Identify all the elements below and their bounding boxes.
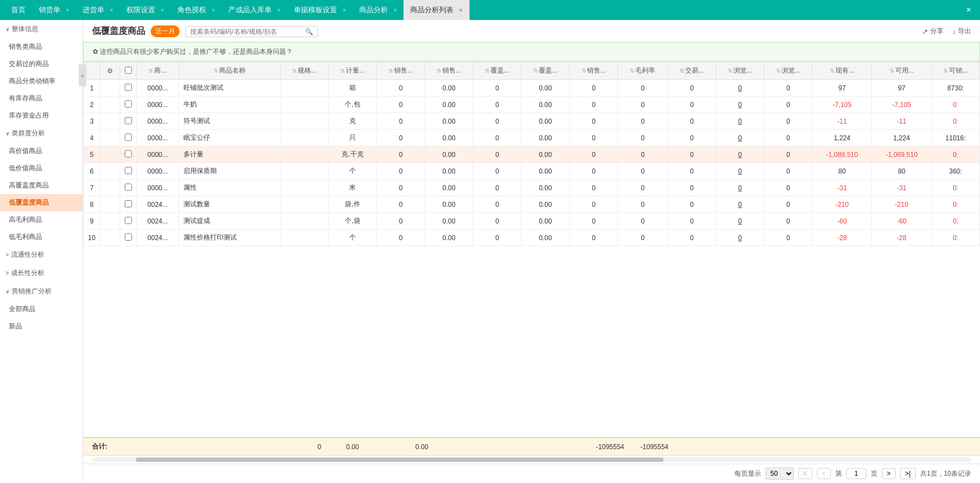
search-input[interactable] xyxy=(190,28,303,35)
row-settings[interactable] xyxy=(100,213,120,230)
next-page-button[interactable]: > xyxy=(882,468,896,479)
sidebar-item-high-margin[interactable]: 高毛利商品 xyxy=(0,211,83,228)
nav-close-icon[interactable]: × xyxy=(212,7,215,13)
nav-close-icon[interactable]: × xyxy=(343,7,346,13)
sidebar-item-stock-capital[interactable]: 库存资金占用 xyxy=(0,107,83,124)
col-sales-qty[interactable]: ⇅销售... xyxy=(376,62,425,80)
sidebar-item-traded-goods[interactable]: 交易过的商品 xyxy=(0,55,83,73)
row-view1[interactable]: 0 xyxy=(716,230,764,246)
nav-close-icon[interactable]: × xyxy=(161,7,164,13)
row-view1[interactable]: 0 xyxy=(716,180,764,196)
search-box[interactable]: 🔍 xyxy=(185,26,318,37)
row-settings[interactable] xyxy=(100,163,120,180)
row-checkbox[interactable] xyxy=(120,130,137,146)
row-settings[interactable] xyxy=(100,230,120,246)
page-title: 低覆盖度商品 xyxy=(92,26,145,37)
col-sellable[interactable]: ⇅可销... xyxy=(931,62,979,80)
nav-product-analysis-list[interactable]: 商品分析列表 × xyxy=(404,0,469,20)
sidebar-item-high-coverage[interactable]: 高覆盖度商品 xyxy=(0,177,83,194)
page-number-input[interactable] xyxy=(846,468,866,479)
sidebar-item-category-rate[interactable]: 商品分类动销率 xyxy=(0,73,83,90)
sidebar-item-low-value[interactable]: 低价值商品 xyxy=(0,160,83,177)
col-trade[interactable]: ⇅交易... xyxy=(668,62,716,80)
sidebar-item-sales-goods[interactable]: 销售类商品 xyxy=(0,38,83,55)
page-size-select[interactable]: 50 20 100 xyxy=(765,467,794,480)
nav-close-icon[interactable]: × xyxy=(459,7,462,13)
row-view1[interactable]: 0 xyxy=(716,163,764,180)
sidebar-item-new-goods[interactable]: 新品 xyxy=(0,318,83,335)
row-checkbox[interactable] xyxy=(120,163,137,180)
col-name[interactable]: ⇅商品名称 xyxy=(178,62,280,80)
prev-page-button[interactable]: < xyxy=(817,468,831,479)
col-current-stock[interactable]: ⇅现有... xyxy=(813,62,872,80)
sidebar-section-growth[interactable]: > 成长性分析 xyxy=(0,264,83,282)
row-settings[interactable] xyxy=(100,196,120,213)
nav-close-icon[interactable]: × xyxy=(110,7,113,13)
row-checkbox[interactable] xyxy=(120,80,137,96)
nav-permission-settings[interactable]: 权限设置 × xyxy=(120,0,171,20)
sidebar-item-low-coverage[interactable]: 低覆盖度商品 xyxy=(0,194,83,211)
sidebar-collapse-button[interactable]: « xyxy=(79,64,86,87)
sidebar-item-high-value[interactable]: 高价值商品 xyxy=(0,143,83,160)
share-button[interactable]: ↗ 分享 xyxy=(922,27,943,36)
row-checkbox[interactable] xyxy=(120,113,137,130)
col-view2[interactable]: ⇅浏览... xyxy=(764,62,813,80)
sidebar-section-cluster[interactable]: ∨ 类群度分析 xyxy=(0,124,83,143)
col-settings[interactable]: ⚙ xyxy=(100,62,120,80)
nav-home[interactable]: 首页 xyxy=(4,0,32,20)
col-gross-rate[interactable]: ⇅毛利率 xyxy=(617,62,667,80)
nav-close-icon[interactable]: × xyxy=(277,7,280,13)
col-coverage1[interactable]: ⇅覆盖... xyxy=(473,62,521,80)
nav-role-auth[interactable]: 角色授权 × xyxy=(171,0,222,20)
row-unit: 个,袋 xyxy=(328,213,376,230)
sidebar-item-low-margin[interactable]: 低毛利商品 xyxy=(0,228,83,246)
col-view1[interactable]: ⇅浏览... xyxy=(716,62,764,80)
row-view1[interactable]: 0 xyxy=(716,213,764,230)
nav-finished-goods[interactable]: 产成品入库单 × xyxy=(222,0,287,20)
row-checkbox[interactable] xyxy=(120,196,137,213)
col-coverage2[interactable]: ⇅覆盖... xyxy=(521,62,569,80)
row-view1[interactable]: 0 xyxy=(716,113,764,130)
nav-template-settings[interactable]: 单据模板设置 × xyxy=(287,0,353,20)
row-checkbox[interactable] xyxy=(120,213,137,230)
row-settings[interactable] xyxy=(100,130,120,146)
time-badge[interactable]: 近一月 xyxy=(151,26,180,37)
row-checkbox[interactable] xyxy=(120,146,137,163)
col-unit[interactable]: ⇅计量... xyxy=(328,62,376,80)
row-view1[interactable]: 0 xyxy=(716,196,764,213)
nav-close-icon[interactable]: × xyxy=(66,7,69,13)
row-settings[interactable] xyxy=(100,180,120,196)
sidebar-section-overall[interactable]: ∨ 整体信息 xyxy=(0,20,83,38)
sidebar-section-flow[interactable]: > 流通性分析 xyxy=(0,246,83,264)
col-sales-amount[interactable]: ⇅销售... xyxy=(425,62,473,80)
nav-purchase-order[interactable]: 进货单 × xyxy=(76,0,120,20)
row-view1[interactable]: 0 xyxy=(716,80,764,96)
export-button[interactable]: ↓ 导出 xyxy=(952,27,971,36)
col-sales-count[interactable]: ⇅销售... xyxy=(569,62,617,80)
select-all-checkbox[interactable] xyxy=(125,67,132,74)
nav-sales-order[interactable]: 销货单 × xyxy=(32,0,76,20)
row-view1[interactable]: 0 xyxy=(716,130,764,146)
nav-close-icon[interactable]: × xyxy=(394,7,397,13)
col-code[interactable]: ⇅商... xyxy=(137,62,179,80)
row-settings[interactable] xyxy=(100,96,120,113)
row-view1[interactable]: 0 xyxy=(716,146,764,163)
row-settings[interactable] xyxy=(100,113,120,130)
row-checkbox[interactable] xyxy=(120,180,137,196)
nav-close-all-button[interactable]: × xyxy=(962,5,976,15)
row-settings[interactable] xyxy=(100,80,120,96)
row-checkbox[interactable] xyxy=(120,96,137,113)
data-table-container[interactable]: ⚙ ⇅商... ⇅商品名称 ⇅规格... ⇅计量... ⇅销售... ⇅销售..… xyxy=(83,62,980,438)
sidebar-section-marketing[interactable]: ∨ 营销推广分析 xyxy=(0,282,83,301)
last-page-button[interactable]: >| xyxy=(900,468,916,479)
row-checkbox[interactable] xyxy=(120,230,137,246)
sidebar-item-stocked-goods[interactable]: 有库存商品 xyxy=(0,90,83,107)
nav-product-analysis[interactable]: 商品分析 × xyxy=(353,0,404,20)
row-settings[interactable] xyxy=(100,146,120,163)
col-checkbox[interactable] xyxy=(120,62,137,80)
row-view1[interactable]: 0 xyxy=(716,96,764,113)
col-available-stock[interactable]: ⇅可用... xyxy=(872,62,931,80)
first-page-button[interactable]: K xyxy=(798,468,813,479)
sidebar-item-all-goods[interactable]: 全部商品 xyxy=(0,301,83,318)
col-spec[interactable]: ⇅规格... xyxy=(280,62,328,80)
